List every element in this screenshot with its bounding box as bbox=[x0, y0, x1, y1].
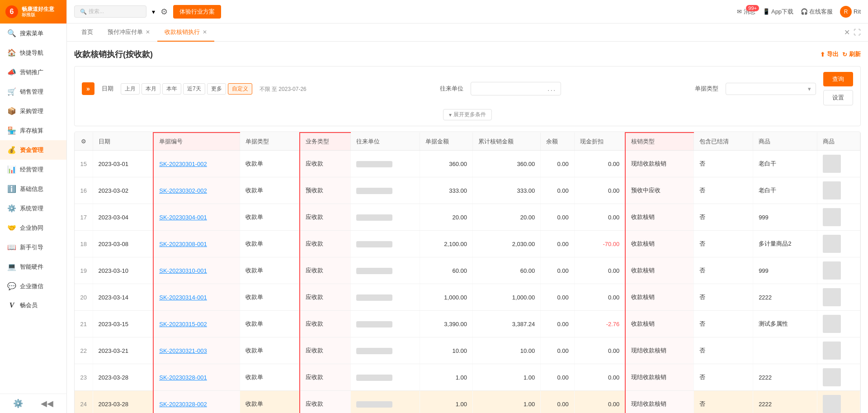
cell-accumulated: 333.00 bbox=[472, 177, 540, 204]
filter-expand-button[interactable]: » bbox=[82, 82, 94, 95]
data-table: ⚙ 日期 单据编号 单据类型 业务类型 往来单位 单据金额 累计核销金额 余额 … bbox=[75, 132, 860, 413]
col-included: 包含已结清 bbox=[693, 133, 753, 151]
sidebar-item-quicknav[interactable]: 🏠 快捷导航 bbox=[0, 43, 66, 62]
sidebar-item-guide[interactable]: 📖 新手引导 bbox=[0, 237, 66, 257]
user-avatar[interactable]: R Rit bbox=[840, 6, 861, 18]
sidebar-item-basic[interactable]: ℹ️ 基础信息 bbox=[0, 179, 66, 199]
table-header-row: ⚙ 日期 单据编号 单据类型 业务类型 往来单位 单据金额 累计核销金额 余额 … bbox=[75, 133, 860, 151]
cell-partner bbox=[351, 204, 420, 231]
cell-product1: 老白干 bbox=[753, 151, 817, 177]
col-product1: 商品 bbox=[753, 133, 817, 151]
close-collection-tab-icon[interactable]: ✕ bbox=[203, 29, 207, 35]
filter-settings-button[interactable]: 设置 bbox=[823, 90, 853, 105]
dropdown-arrow-icon: ▾ bbox=[808, 85, 811, 92]
cell-included: 否 bbox=[693, 204, 753, 231]
cell-amount: 360.00 bbox=[420, 151, 473, 177]
col-doc-type: 单据类型 bbox=[240, 133, 299, 151]
sidebar-item-wechat[interactable]: 💬 企业微信 bbox=[0, 276, 66, 296]
online-service-button[interactable]: 🎧 在线客服 bbox=[801, 8, 833, 16]
cell-doc-no: SK-20230315-002 bbox=[153, 311, 240, 337]
close-all-tabs-icon[interactable]: ✕ bbox=[844, 28, 850, 37]
sidebar-item-sales[interactable]: 🛒 销售管理 bbox=[0, 82, 66, 101]
cell-amount: 3,390.00 bbox=[420, 311, 473, 337]
sidebar-item-system[interactable]: ⚙️ 系统管理 bbox=[0, 199, 66, 218]
collapse-icon[interactable]: ◀◀ bbox=[41, 399, 53, 408]
cell-date: 2023-03-28 bbox=[93, 391, 153, 413]
cell-discount: 0.00 bbox=[574, 257, 625, 284]
service-label: 在线客服 bbox=[809, 8, 833, 16]
cell-verify-type: 现结收款核销 bbox=[625, 151, 693, 177]
filter-area: » 日期 上月 本月 本年 近7天 更多 自定义 不限 至 2023-07-26 bbox=[74, 66, 861, 126]
this-month-button[interactable]: 本月 bbox=[142, 83, 160, 95]
cell-partner bbox=[351, 177, 420, 204]
cell-accumulated: 1.00 bbox=[472, 364, 540, 391]
cell-discount: 0.00 bbox=[574, 391, 625, 413]
sidebar-item-member[interactable]: V 畅会员 bbox=[0, 296, 66, 315]
cell-amount: 20.00 bbox=[420, 204, 473, 231]
cell-included: 否 bbox=[693, 284, 753, 311]
col-amount: 单据金额 bbox=[420, 133, 473, 151]
expand-tabs-icon[interactable]: ⛶ bbox=[854, 28, 861, 37]
expand-more-button[interactable]: ▾ 展开更多条件 bbox=[443, 109, 492, 120]
topbar-search[interactable]: 🔍 搜索... bbox=[74, 5, 146, 18]
sidebar-item-purchase[interactable]: 📦 采购管理 bbox=[0, 101, 66, 121]
cell-doc-no: SK-20230302-002 bbox=[153, 177, 240, 204]
export-button[interactable]: ⬆ 导出 bbox=[820, 50, 839, 58]
sidebar-item-enterprise[interactable]: 🤝 企业协同 bbox=[0, 218, 66, 237]
settings-icon[interactable]: ⚙️ bbox=[13, 399, 23, 408]
cell-balance: 0.00 bbox=[541, 364, 574, 391]
app-download-button[interactable]: 📱 App下载 bbox=[763, 8, 793, 16]
cell-accumulated: 1.00 bbox=[472, 391, 540, 413]
sidebar-item-inventory[interactable]: 🏪 库存核算 bbox=[0, 121, 66, 140]
sidebar-item-operation[interactable]: 📊 经营管理 bbox=[0, 160, 66, 179]
sidebar-item-label: 智能硬件 bbox=[20, 263, 43, 271]
partner-select[interactable]: ... bbox=[471, 82, 561, 95]
last-month-button[interactable]: 上月 bbox=[121, 83, 140, 95]
tab-home[interactable]: 首页 bbox=[74, 24, 100, 42]
cell-biz-type: 应收款 bbox=[300, 204, 351, 231]
cell-verify-type: 收款核销 bbox=[625, 284, 693, 311]
cell-partner bbox=[351, 151, 420, 177]
cell-date: 2023-03-28 bbox=[93, 364, 153, 391]
gear-icon[interactable]: ⚙ bbox=[160, 7, 168, 17]
col-settings[interactable]: ⚙ bbox=[75, 133, 93, 151]
partner-more-icon[interactable]: ... bbox=[547, 85, 556, 93]
cell-product1: 2222 bbox=[753, 391, 817, 413]
solution-button[interactable]: 体验行业方案 bbox=[173, 5, 221, 19]
cell-partner bbox=[351, 364, 420, 391]
cell-doc-no: SK-20230308-001 bbox=[153, 231, 240, 257]
page-title-actions: ⬆ 导出 ↻ 刷新 bbox=[820, 50, 861, 58]
mobile-icon: 📱 bbox=[763, 8, 770, 15]
sidebar-item-search[interactable]: 🔍 搜索菜单 bbox=[0, 24, 66, 43]
last-7days-button[interactable]: 近7天 bbox=[183, 83, 205, 95]
col-doc-no: 单据编号 bbox=[153, 133, 240, 151]
partner-filter-label: 往来单位 bbox=[440, 85, 463, 93]
more-date-button[interactable]: 更多 bbox=[207, 83, 226, 95]
doc-type-filter-label: 单据类型 bbox=[695, 85, 718, 93]
message-button[interactable]: ✉ 消息 99+ bbox=[737, 8, 755, 16]
tab-prepay[interactable]: 预付冲应付单 ✕ bbox=[100, 24, 157, 42]
cell-balance: 0.00 bbox=[541, 177, 574, 204]
close-prepay-tab-icon[interactable]: ✕ bbox=[146, 29, 150, 35]
search-icon: 🔍 bbox=[80, 9, 87, 15]
this-year-button[interactable]: 本年 bbox=[162, 83, 181, 95]
tab-collection[interactable]: 收款核销执行 ✕ bbox=[157, 24, 214, 42]
cell-num: 24 bbox=[75, 391, 93, 413]
sidebar-item-hardware[interactable]: 💻 智能硬件 bbox=[0, 257, 66, 276]
query-button[interactable]: 查询 bbox=[823, 72, 853, 86]
cell-verify-type: 现结收款核销 bbox=[625, 337, 693, 364]
sidebar-item-finance[interactable]: 💰 资金管理 bbox=[0, 140, 66, 160]
date-range-display: 不限 至 2023-07-26 bbox=[259, 85, 307, 93]
cell-included: 否 bbox=[693, 311, 753, 337]
table-row: 16 2023-03-02 SK-20230302-002 收款单 预收款 33… bbox=[75, 177, 860, 204]
refresh-button[interactable]: ↻ 刷新 bbox=[842, 50, 861, 58]
custom-date-button[interactable]: 自定义 bbox=[228, 83, 252, 95]
cell-included: 否 bbox=[693, 364, 753, 391]
sidebar-item-marketing[interactable]: 📣 营销推广 bbox=[0, 62, 66, 82]
col-partner: 往来单位 bbox=[351, 133, 420, 151]
tab-bar: 首页 预付冲应付单 ✕ 收款核销执行 ✕ ✕ ⛶ bbox=[67, 24, 868, 42]
cell-doc-no: SK-20230328-002 bbox=[153, 391, 240, 413]
cell-num: 16 bbox=[75, 177, 93, 204]
sidebar-item-label: 经营管理 bbox=[20, 166, 43, 174]
doc-type-select[interactable]: ▾ bbox=[726, 83, 816, 95]
